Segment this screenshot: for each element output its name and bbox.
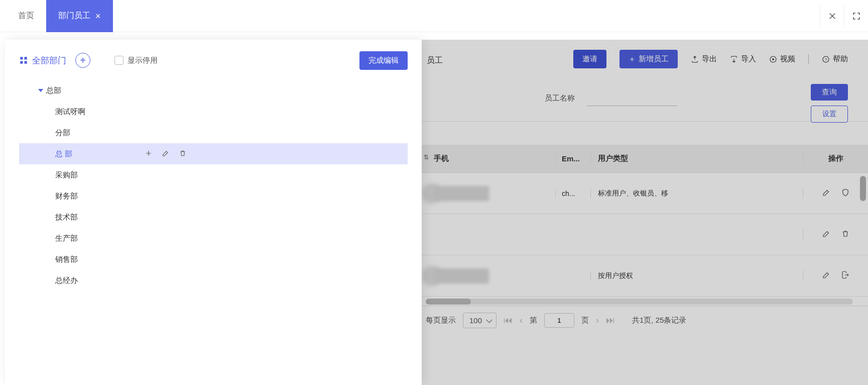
tree-item[interactable]: 总 部 xyxy=(19,143,408,164)
tree-item[interactable]: 销售部 xyxy=(19,249,408,270)
finish-edit-label: 完成编辑 xyxy=(368,56,399,65)
tree-root-label: 总部 xyxy=(46,86,61,95)
tree-item-label: 总经办 xyxy=(55,276,78,285)
tree-item-actions xyxy=(145,149,187,159)
tree-item-label: 测试呀啊 xyxy=(55,107,85,117)
svg-rect-4 xyxy=(25,57,27,59)
tab-home[interactable]: 首页 xyxy=(6,0,46,32)
tab-dept-emp[interactable]: 部门员工 × xyxy=(46,0,113,32)
trash-icon[interactable] xyxy=(179,149,187,159)
finish-edit-button[interactable]: 完成编辑 xyxy=(359,51,408,70)
tab-bar: 首页 部门员工 × xyxy=(0,0,868,32)
fullscreen-icon[interactable] xyxy=(844,4,868,28)
tree-item-label: 销售部 xyxy=(55,255,78,264)
tabbar-close-button[interactable] xyxy=(820,4,844,28)
svg-rect-3 xyxy=(20,57,23,59)
svg-rect-6 xyxy=(25,61,27,64)
panel-header: 全部部门 + 显示停用 完成编辑 xyxy=(19,53,408,68)
tree-item-label: 财务部 xyxy=(55,191,78,201)
show-disabled-checkbox[interactable]: 显示停用 xyxy=(114,56,158,65)
dept-side-panel: 全部部门 + 显示停用 完成编辑 总部 测试呀啊分部总 部采购部财务部技术部生产… xyxy=(5,40,422,385)
tree-item[interactable]: 财务部 xyxy=(19,185,408,207)
show-disabled-label: 显示停用 xyxy=(128,56,158,65)
all-depts-label: 全部部门 xyxy=(32,55,66,66)
tree-item[interactable]: 技术部 xyxy=(19,207,408,228)
tree-item[interactable]: 总经办 xyxy=(19,270,408,291)
tree-item-label: 采购部 xyxy=(55,170,78,180)
checkbox-icon xyxy=(114,56,123,65)
tree-item-label: 总 部 xyxy=(55,149,72,159)
tree-item-label: 分部 xyxy=(55,128,70,138)
tab-dept-emp-label: 部门员工 xyxy=(58,11,90,21)
tab-home-label: 首页 xyxy=(18,11,34,21)
tree-root-node[interactable]: 总部 xyxy=(19,80,408,101)
dept-tree: 总部 测试呀啊分部总 部采购部财务部技术部生产部销售部总经办 xyxy=(19,80,408,291)
tree-item-label: 生产部 xyxy=(55,234,78,243)
add-sub-icon[interactable] xyxy=(145,149,153,159)
tree-item[interactable]: 分部 xyxy=(19,122,408,143)
add-dept-button[interactable]: + xyxy=(75,53,90,68)
tree-item[interactable]: 采购部 xyxy=(19,164,408,185)
close-icon[interactable]: × xyxy=(95,12,101,21)
tree-item-label: 技术部 xyxy=(55,213,78,222)
edit-icon[interactable] xyxy=(162,149,170,159)
tree-item[interactable]: 测试呀啊 xyxy=(19,101,408,122)
tree-item[interactable]: 生产部 xyxy=(19,228,408,249)
svg-rect-5 xyxy=(20,61,23,64)
tabbar-right xyxy=(820,0,868,32)
all-depts-button[interactable]: 全部部门 xyxy=(19,55,66,66)
main-area: 员工 邀请 新增员工 导出 导入 视频 ? 帮 xyxy=(5,40,868,385)
